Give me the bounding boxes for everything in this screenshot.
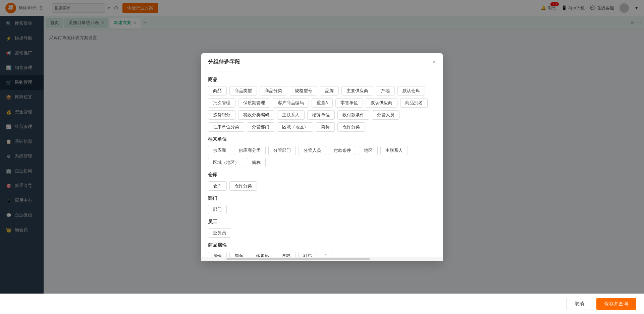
modal-overlay [0, 0, 644, 50]
